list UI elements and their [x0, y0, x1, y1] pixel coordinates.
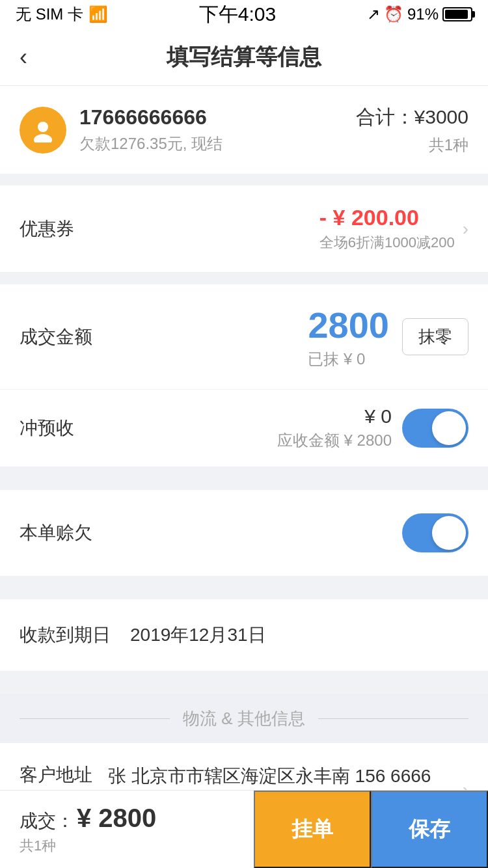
coupon-row[interactable]: 优惠券 - ¥ 200.00 全场6折满1000减200 ›: [0, 185, 488, 273]
battery-percent: 91%: [407, 5, 439, 23]
customer-sub: 欠款1276.35元, 现结: [79, 133, 356, 154]
precharge-amount: ¥ 0: [277, 405, 392, 427]
gap-1: [0, 273, 488, 284]
status-bar: 无 SIM 卡 📶 下午4:03 ↗ ⏰ 91%: [0, 0, 488, 29]
content-area: 17666666666 欠款1276.35元, 现结 合计：¥3000 共1种 …: [0, 86, 488, 868]
divider-line-left: [20, 718, 170, 719]
coupon-desc: 全场6折满1000减200: [319, 233, 455, 252]
bottom-bar: 成交： ¥ 2800 共1种 挂单 保存: [0, 790, 488, 868]
precharge-right: ¥ 0 应收金额 ¥ 2800: [277, 405, 468, 451]
duedate-row: 收款到期日 2019年12月31日: [0, 599, 488, 671]
bottom-deal-row: 成交： ¥ 2800: [20, 804, 234, 834]
address-label: 客户地址: [20, 763, 92, 787]
amount-number: 2800: [308, 304, 389, 346]
divider-line-right: [318, 718, 468, 719]
toggle-knob: [432, 411, 466, 445]
coupon-chevron: ›: [463, 219, 468, 239]
gap-2: [0, 478, 488, 490]
coupon-right: - ¥ 200.00 全场6折满1000减200 ›: [319, 205, 468, 252]
precharge-label: 冲预收: [20, 416, 74, 441]
duedate-value: 2019年12月31日: [130, 623, 266, 647]
amount-block: 2800 已抹 ¥ 0: [308, 304, 389, 370]
status-left: 无 SIM 卡 📶: [16, 4, 108, 25]
wifi-icon: 📶: [88, 5, 108, 23]
bottom-info: 成交： ¥ 2800 共1种: [0, 804, 254, 856]
duedate-label: 收款到期日: [20, 623, 111, 647]
precharge-toggle[interactable]: [402, 409, 468, 448]
precharge-sub: 应收金额 ¥ 2800: [277, 430, 392, 451]
round-button[interactable]: 抹零: [402, 318, 468, 355]
page-title: 填写结算等信息: [167, 42, 321, 72]
bottom-deal-amount: ¥ 2800: [77, 804, 156, 833]
status-time: 下午4:03: [199, 1, 276, 28]
coupon-value-block: - ¥ 200.00 全场6折满1000减200: [319, 205, 455, 252]
debt-label: 本单赊欠: [20, 521, 92, 545]
bottom-deal-sub: 共1种: [20, 836, 234, 856]
divider-text: 物流 & 其他信息: [170, 707, 318, 730]
nav-bar: ‹ 填写结算等信息: [0, 29, 488, 86]
bottom-deal-label: 成交：: [20, 809, 74, 834]
location-icon: ↗: [367, 5, 380, 23]
svg-point-1: [34, 134, 52, 142]
customer-phone: 17666666666: [79, 105, 356, 129]
customer-total: 合计：¥3000 共1种: [356, 104, 468, 156]
coupon-label: 优惠券: [20, 217, 74, 241]
amount-right: 2800 已抹 ¥ 0 抹零: [308, 304, 468, 370]
total-amount: 合计：¥3000: [356, 104, 468, 131]
alarm-icon: ⏰: [384, 5, 403, 23]
customer-info: 17666666666 欠款1276.35元, 现结: [79, 105, 356, 154]
precharge-amount-block: ¥ 0 应收金额 ¥ 2800: [277, 405, 392, 451]
back-button[interactable]: ‹: [20, 44, 27, 71]
battery-icon: [442, 7, 472, 21]
debt-toggle[interactable]: [402, 513, 468, 552]
status-right: ↗ ⏰ 91%: [367, 5, 472, 23]
amount-sub: 已抹 ¥ 0: [308, 349, 389, 370]
customer-row: 17666666666 欠款1276.35元, 现结 合计：¥3000 共1种: [0, 86, 488, 174]
customer-avatar: [20, 107, 66, 154]
sim-signal: 无 SIM 卡: [16, 4, 83, 25]
debt-row: 本单赊欠: [0, 490, 488, 576]
debt-toggle-knob: [432, 516, 466, 550]
total-sub: 共1种: [356, 135, 468, 156]
section-divider: 物流 & 其他信息: [0, 694, 488, 743]
coupon-value: - ¥ 200.00: [319, 205, 455, 230]
amount-label: 成交金额: [20, 325, 92, 349]
hang-button[interactable]: 挂单: [254, 791, 371, 868]
amount-section: 成交金额 2800 已抹 ¥ 0 抹零 冲预收 ¥ 0 应收金额 ¥ 2800: [0, 284, 488, 467]
save-button[interactable]: 保存: [371, 791, 488, 868]
precharge-row: 冲预收 ¥ 0 应收金额 ¥ 2800: [0, 389, 488, 467]
svg-point-0: [38, 122, 48, 132]
amount-row: 成交金额 2800 已抹 ¥ 0 抹零: [0, 284, 488, 389]
gap-3: [0, 588, 488, 599]
gap-4: [0, 683, 488, 694]
